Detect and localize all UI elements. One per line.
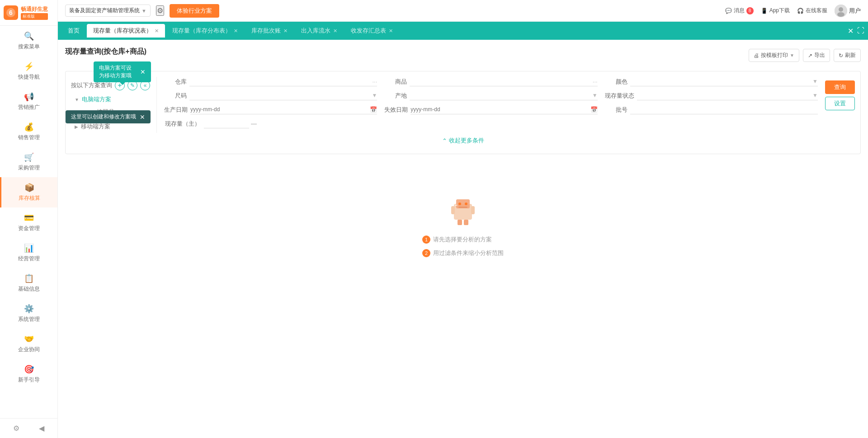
settings-footer-icon[interactable]: ⚙ [13, 424, 19, 433]
produce-date-input-wrap: 📅 [190, 105, 377, 114]
origin-input[interactable] [410, 91, 591, 100]
sidebar-item-label: 企业协同 [18, 346, 40, 353]
tab-stock-dist[interactable]: 现存量（库存分布表） ✕ [166, 24, 244, 38]
tab-close-collect[interactable]: ✕ [389, 28, 393, 34]
chevron-down-icon: ▼ [790, 53, 794, 58]
message-btn[interactable]: 💬 消息 8 [725, 7, 754, 14]
settings-btn[interactable]: ⚙ [156, 5, 164, 16]
warehouse-input[interactable] [189, 77, 371, 86]
filter-expire-date: 失效日期 📅 [384, 105, 597, 114]
tab-collect[interactable]: 收发存汇总表 ✕ [344, 24, 399, 38]
pc-scheme-label: 电脑端方案 [82, 95, 111, 104]
app-name: 畅通好生意 [21, 5, 48, 13]
svg-rect-14 [455, 205, 458, 206]
pc-scheme-header[interactable]: ▼ 电脑端方案 [71, 94, 151, 105]
tab-batch[interactable]: 库存批次账 ✕ [245, 24, 294, 38]
filter-row-1: 仓库 ··· 商品 ··· [164, 77, 818, 86]
topbar-right: 💬 消息 8 📱 App下载 🎧 在线客服 用户 [725, 5, 861, 17]
tab-inout[interactable]: 出入库流水 ✕ [295, 24, 344, 38]
print-icon: 🖨 [754, 52, 759, 59]
user-avatar [835, 5, 847, 17]
empty-illustration [445, 190, 481, 226]
tip-num-2: 2 [422, 249, 430, 257]
sidebar-item-label: 营销推广 [18, 104, 40, 111]
sidebar-item-cooperation[interactable]: 🤝 企业协同 [0, 329, 57, 359]
collapse-sidebar-icon[interactable]: ◀ [39, 424, 44, 433]
sidebar-item-sales[interactable]: 💰 销售管理 [0, 117, 57, 147]
size-chevron-icon[interactable]: ▼ [372, 92, 377, 99]
stock-status-chevron-icon[interactable]: ▼ [812, 92, 818, 99]
refresh-icon: ↻ [839, 52, 843, 59]
tab-stock-dist-label: 现存量（库存分布表） [172, 27, 231, 35]
filter-content: 按以下方案查询 + ✎ « 电脑方案可设为移动方案哦 ✕ [71, 77, 855, 133]
tooltip-scheme-close[interactable]: ✕ [140, 68, 146, 75]
sidebar-item-operations[interactable]: 📊 经营管理 [0, 238, 57, 268]
quantity-from-input[interactable] [204, 119, 249, 128]
tooltip-scheme: 电脑方案可设为移动方案哦 ✕ [94, 61, 151, 82]
empty-tip-2: 2 用过滤条件来缩小分析范围 [422, 247, 504, 259]
query-btn[interactable]: 查询 [825, 80, 855, 94]
stock-status-input[interactable] [637, 91, 811, 100]
message-icon: 💬 [725, 8, 732, 14]
tab-close-stock-dist[interactable]: ✕ [234, 28, 238, 34]
sidebar-item-marketing[interactable]: 📢 营销推广 [0, 86, 57, 117]
product-input[interactable] [410, 77, 591, 86]
sidebar-item-purchase[interactable]: 🛒 采购管理 [0, 147, 57, 177]
sidebar-item-inventory[interactable]: 📦 库存核算 [0, 177, 57, 207]
sidebar-item-basic[interactable]: 📋 基础信息 [0, 268, 57, 298]
user-area[interactable]: 用户 [835, 5, 861, 17]
collapse-btn[interactable]: ⌃ 收起更多条件 [71, 133, 855, 148]
color-input[interactable] [630, 77, 811, 86]
tooltip-edit-close[interactable]: ✕ [140, 113, 145, 121]
app-download-btn[interactable]: 📱 App下载 [761, 7, 790, 14]
industry-plan-btn[interactable]: 体验行业方案 [170, 4, 219, 18]
set-btn[interactable]: 设置 [825, 97, 855, 110]
mobile-scheme-label: 移动端方案 [81, 122, 110, 131]
empty-tips: 1 请先选择要分析的方案 2 用过滤条件来缩小分析范围 [422, 234, 504, 259]
export-icon: ↗ [808, 52, 812, 59]
print-btn[interactable]: 🖨 按模板打印 ▼ [749, 49, 799, 62]
tab-close-inout[interactable]: ✕ [333, 28, 337, 34]
sidebar-item-search[interactable]: 🔍 搜索菜单 [0, 26, 57, 56]
filter-label: 按以下方案查询 [71, 81, 112, 89]
sidebar-item-system[interactable]: ⚙️ 系统管理 [0, 298, 57, 329]
calendar-icon[interactable]: 📅 [370, 106, 377, 113]
filter-produce-date: 生产日期 📅 [164, 105, 377, 114]
refresh-btn[interactable]: ↻ 刷新 [834, 49, 861, 62]
online-support-btn[interactable]: 🎧 在线客服 [797, 7, 827, 14]
produce-date-input[interactable] [190, 105, 370, 114]
tab-close-batch[interactable]: ✕ [283, 28, 288, 34]
tooltip-edit-text: 这里可以创建和修改方案哦 [71, 113, 136, 121]
tab-close-stock-status[interactable]: ✕ [155, 28, 159, 34]
expire-date-input[interactable] [410, 105, 590, 114]
close-all-tabs-btn[interactable]: ✕ [848, 27, 854, 35]
tab-inout-label: 出入库流水 [301, 27, 330, 35]
tab-stock-status[interactable]: 现存量（库存状况表） ✕ [87, 24, 165, 38]
svg-point-3 [839, 7, 843, 12]
expand-tabs-btn[interactable]: ⛶ [857, 27, 864, 35]
sidebar-item-quicknav[interactable]: ⚡ 快捷导航 [0, 56, 57, 86]
batch-input[interactable] [630, 105, 818, 114]
calendar2-icon[interactable]: 📅 [590, 106, 598, 113]
batch-input-wrap [630, 105, 818, 114]
tab-home[interactable]: 首页 [61, 24, 86, 38]
warehouse-more-icon[interactable]: ··· [372, 78, 377, 85]
sidebar-item-guide[interactable]: 🎯 新手引导 [0, 359, 57, 389]
system-selector[interactable]: 装备及固定资产辅助管理系统 ▼ [65, 5, 151, 17]
color-chevron-icon[interactable]: ▼ [812, 78, 818, 85]
origin-chevron-icon[interactable]: ▼ [592, 92, 598, 99]
tooltip-scheme-text: 电脑方案可设为移动方案哦 [99, 64, 137, 80]
scheme-tree: ▼ 电脑端方案 这里可以创建和修改方案哦 ✕ [71, 94, 151, 132]
product-more-icon[interactable]: ··· [593, 78, 598, 85]
size-input[interactable] [189, 91, 371, 100]
headset-icon: 🎧 [797, 8, 804, 14]
sidebar-footer: ⚙ ◀ [0, 418, 57, 438]
tooltip-arrow [120, 82, 125, 85]
sidebar-item-finance[interactable]: 💳 资金管理 [0, 207, 57, 238]
tab-batch-label: 库存批次账 [251, 27, 281, 35]
filter-stock-status: 现存量状态 ▼ [605, 91, 818, 100]
svg-point-4 [837, 12, 844, 17]
app-logo: 6 畅通好生意 标准版 [0, 0, 57, 26]
export-btn[interactable]: ↗ 导出 [803, 49, 830, 62]
chevron-down-icon: ▼ [142, 8, 146, 14]
